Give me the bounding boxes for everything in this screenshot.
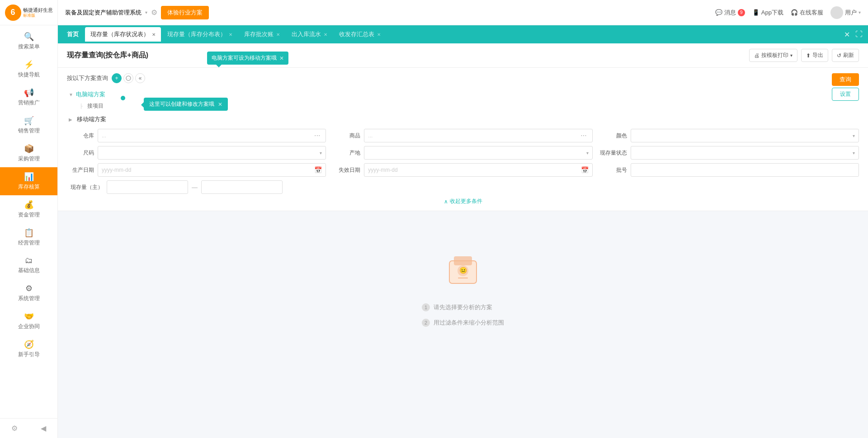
stock-main-max-input[interactable]	[201, 180, 283, 194]
tab-in-out-flow[interactable]: 出入库流水 ✕	[286, 27, 333, 42]
empty-text: 1 请先选择要分析的方案 2 用过滤条件来缩小分析范围	[422, 301, 504, 329]
expire-date-input[interactable]: yyyy-mm-dd 📅	[364, 163, 592, 177]
stock-main-min-input[interactable]	[107, 180, 188, 194]
tab-close-flow[interactable]: ✕	[324, 32, 327, 37]
prod-date-input[interactable]: yyyy-mm-dd 📅	[98, 163, 326, 177]
user-menu[interactable]: 用户 ▾	[830, 6, 861, 19]
filter-prod-date: 生产日期 yyyy-mm-dd 📅	[67, 163, 326, 177]
quick-nav-icon: ⚡	[24, 60, 34, 70]
tooltip2-close-btn[interactable]: ✕	[218, 101, 222, 108]
refresh-btn[interactable]: ↺ 刷新	[832, 49, 859, 62]
sidebar-item-purchase[interactable]: 📦 采购管理	[0, 139, 57, 167]
sidebar-item-finance[interactable]: 💰 资金管理	[0, 195, 57, 223]
warehouse-select[interactable]: ... ···	[98, 129, 326, 142]
sidebar: 6 畅捷通好生意 标准版 🔍 搜索菜单 ⚡ 快捷导航 📢 营销推广 🛒 销售管理…	[0, 0, 58, 438]
tab-inventory-status[interactable]: 现存量（库存状况表） ✕	[85, 27, 161, 42]
sidebar-item-marketing[interactable]: 📢 营销推广	[0, 83, 57, 111]
sidebar-item-sales[interactable]: 🛒 销售管理	[0, 111, 57, 139]
collapse-btn[interactable]: ∧ 收起更多条件	[444, 198, 482, 205]
basic-info-icon: 🗂	[25, 256, 33, 265]
size-dropdown-icon: ▾	[320, 151, 322, 155]
filter-header: 按以下方案查询 + ··· « 电脑方案可设为移动方案哦 ✕ 查询 设置	[67, 73, 859, 83]
print-chevron-icon: ▾	[790, 53, 793, 58]
svg-rect-3	[454, 256, 472, 265]
tab-recv-summary[interactable]: 收发存汇总表 ✕	[334, 27, 386, 42]
filter-tooltip-pc-scheme: 电脑方案可设为移动方案哦 ✕	[207, 52, 288, 65]
system-icon: ⚙	[25, 283, 33, 293]
sales-icon: 🛒	[24, 116, 34, 126]
sidebar-item-quick-nav[interactable]: ⚡ 快捷导航	[0, 55, 57, 83]
prod-date-calendar-icon: 📅	[314, 166, 322, 174]
empty-step2: 2 用过滤条件来缩小分析范围	[422, 317, 504, 329]
sidebar-item-inventory[interactable]: 📊 库存核算	[0, 167, 57, 195]
guide-icon: 🧭	[24, 339, 34, 349]
sub-item-icon: ├	[80, 104, 83, 108]
export-btn[interactable]: ⬆ 导出	[801, 49, 828, 62]
tab-close-inventory-dist[interactable]: ✕	[229, 32, 232, 37]
color-dropdown-icon: ▾	[853, 133, 855, 138]
sidebar-item-system[interactable]: ⚙ 系统管理	[0, 279, 57, 307]
add-scheme-btn[interactable]: +	[112, 73, 122, 83]
logo-icon: 6	[5, 5, 21, 21]
product-select[interactable]: ... ···	[364, 129, 592, 142]
tab-close-recv[interactable]: ✕	[377, 32, 381, 37]
trial-industry-btn[interactable]: 体验行业方案	[161, 6, 209, 19]
topbar-gear-icon[interactable]: ⚙	[151, 8, 157, 17]
edit-scheme-btn[interactable]: ···	[123, 73, 133, 83]
edit-scheme-tooltip: 这里可以创建和修改方案哦 ✕	[144, 98, 228, 111]
size-select[interactable]: ▾	[98, 146, 326, 160]
filter-batch-no: 批号	[600, 163, 859, 177]
app-download-btn[interactable]: 📱 App下载	[752, 9, 783, 17]
batch-no-input[interactable]	[631, 163, 859, 177]
tab-fullscreen-icon[interactable]: ⛶	[854, 28, 864, 41]
stock-status-dropdown-icon: ▾	[853, 151, 855, 155]
stock-status-select[interactable]: ▾	[631, 146, 859, 160]
svg-text:···: ···	[127, 76, 130, 80]
color-label: 颜色	[600, 132, 627, 140]
tab-close-all-icon[interactable]: ✕	[842, 28, 852, 41]
marketing-icon: 📢	[24, 88, 34, 98]
user-chevron-icon: ▾	[859, 10, 861, 15]
enterprise-icon: 🤝	[24, 311, 34, 321]
sidebar-collapse-icon[interactable]: ◀	[41, 424, 46, 433]
tab-close-inventory-status[interactable]: ✕	[152, 32, 156, 37]
filter-size: 尺码 ▾	[67, 146, 326, 160]
tab-close-batch[interactable]: ✕	[276, 32, 280, 37]
origin-select[interactable]: ▾	[364, 146, 592, 160]
message-btn[interactable]: 💬 消息 9	[715, 9, 745, 17]
sidebar-item-guide[interactable]: 🧭 新手引导	[0, 335, 57, 363]
message-badge: 9	[738, 9, 745, 16]
collapse-row: ∧ 收起更多条件	[67, 198, 859, 205]
pc-arrow-icon: ▼	[69, 92, 73, 97]
filter-warehouse: 仓库 ... ···	[67, 129, 326, 142]
svg-text:😐: 😐	[459, 267, 467, 274]
mobile-scheme-item[interactable]: ▶ 移动端方案	[69, 113, 859, 125]
color-select[interactable]: ▾	[631, 129, 859, 142]
collapse-up-icon: ∧	[444, 198, 448, 205]
purchase-icon: 📦	[24, 144, 34, 154]
sidebar-item-search[interactable]: 🔍 搜索菜单	[0, 27, 57, 55]
sidebar-item-basic-info[interactable]: 🗂 基础信息	[0, 251, 57, 279]
tab-batch-account[interactable]: 库存批次账 ✕	[239, 27, 285, 42]
tab-home[interactable]: 首页	[61, 27, 84, 42]
prev-scheme-btn[interactable]: «	[135, 73, 145, 83]
filter-label: 按以下方案查询	[67, 74, 108, 82]
online-service-btn[interactable]: 🎧 在线客服	[791, 9, 823, 17]
sidebar-item-operation[interactable]: 📋 经营管理	[0, 223, 57, 251]
tooltip1-close-btn[interactable]: ✕	[279, 55, 284, 61]
filter-color: 颜色 ▾	[600, 129, 859, 142]
sidebar-settings-icon[interactable]: ⚙	[11, 424, 18, 433]
export-icon: ⬆	[806, 52, 811, 59]
sidebar-item-enterprise[interactable]: 🤝 企业协同	[0, 307, 57, 335]
origin-label: 产地	[333, 149, 360, 157]
filter-stock-status: 现存量状态 ▾	[600, 146, 859, 160]
tab-inventory-dist[interactable]: 现存量（库存分布表） ✕	[162, 27, 238, 42]
print-btn[interactable]: 🖨 按模板打印 ▾	[749, 49, 797, 62]
finance-icon: 💰	[24, 200, 34, 210]
query-btn[interactable]: 查询	[832, 73, 859, 86]
empty-illustration: 😐	[440, 247, 486, 292]
page-title: 现存量查询(按仓库+商品)	[67, 51, 148, 60]
topbar: 装备及固定资产辅助管理系统 ▾ ⚙ 体验行业方案 💬 消息 9 📱 App下载 …	[58, 0, 868, 25]
print-icon: 🖨	[754, 52, 760, 59]
scheme-dot-indicator	[121, 96, 125, 100]
